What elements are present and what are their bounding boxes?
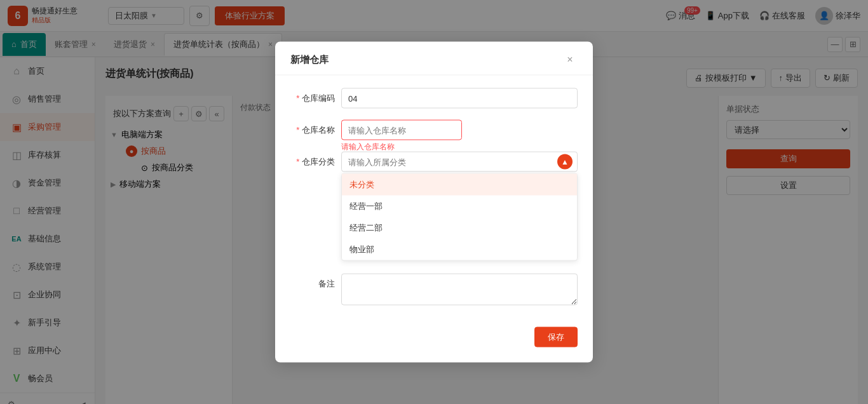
- form-row-code: * 仓库编码: [290, 88, 578, 109]
- remark-label: 备注: [290, 274, 341, 294]
- modal-title: 新增仓库: [290, 53, 329, 65]
- new-warehouse-modal: 新增仓库 × * 仓库编码 * 仓库名称 请输入仓库名称 *: [275, 42, 593, 363]
- dropdown-toggle[interactable]: ▲: [557, 154, 573, 170]
- option-dept1[interactable]: 经营一部: [342, 196, 577, 217]
- warehouse-code-input[interactable]: [341, 88, 578, 109]
- code-label: * 仓库编码: [290, 88, 341, 109]
- form-row-name: * 仓库名称 请输入仓库名称: [290, 120, 578, 140]
- name-error-tip: 请输入仓库名称: [341, 142, 395, 152]
- modal-footer: 保存: [275, 317, 593, 347]
- modal-close-button[interactable]: ×: [562, 52, 578, 67]
- modal-body: * 仓库编码 * 仓库名称 请输入仓库名称 * 仓库分类: [275, 76, 593, 306]
- modal-header: 新增仓库 ×: [275, 42, 593, 76]
- name-label: * 仓库名称: [290, 120, 341, 140]
- option-dept3[interactable]: 物业部: [342, 239, 577, 260]
- category-input[interactable]: [341, 152, 578, 172]
- form-row-category: * 仓库分类 ▲ 未分类 经营一部 经营二部 物业部: [290, 152, 578, 172]
- option-uncategorized[interactable]: 未分类: [342, 174, 577, 196]
- option-dept2[interactable]: 经营二部: [342, 217, 577, 239]
- category-dropdown-wrap: ▲ 未分类 经营一部 经营二部 物业部: [341, 152, 578, 172]
- form-row-remark: 备注: [290, 274, 578, 306]
- warehouse-name-input[interactable]: [341, 120, 462, 140]
- save-button[interactable]: 保存: [534, 327, 578, 347]
- dropdown-list: 未分类 经营一部 经营二部 物业部: [341, 173, 578, 261]
- category-label: * 仓库分类: [290, 152, 341, 172]
- remark-input[interactable]: [341, 274, 578, 306]
